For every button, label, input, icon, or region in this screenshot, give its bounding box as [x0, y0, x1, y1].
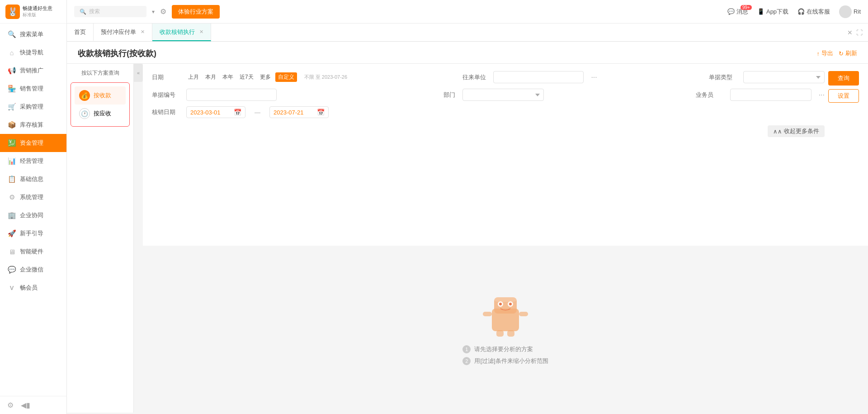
verify-date-end-wrap: 📅 — [269, 106, 329, 118]
sidebar-item-enterprise[interactable]: 🏢 企业协同 — [0, 206, 66, 224]
collapse-sidebar-icon[interactable]: ◀▮ — [21, 401, 30, 409]
date-more[interactable]: 更多 — [258, 72, 273, 82]
export-button[interactable]: ↑ 导出 — [817, 49, 834, 57]
topbar: 🔍 搜索 ▾ ⚙ 体验行业方案 💬 消息 99+ 📱 App下载 🎧 在线客服 … — [67, 0, 868, 24]
sidebar-item-search[interactable]: 🔍 搜索菜单 — [0, 25, 66, 43]
sidebar-item-label: 采购管理 — [20, 103, 43, 111]
calendar-end-icon[interactable]: 📅 — [317, 109, 325, 116]
salesperson-input[interactable] — [730, 89, 811, 101]
gear-icon[interactable]: ⚙ — [160, 7, 166, 16]
app-download-button[interactable]: 📱 App下载 — [757, 8, 788, 16]
sidebar-item-wechat[interactable]: 💬 企业微信 — [0, 261, 66, 279]
receivable-icon: 🕐 — [79, 108, 90, 119]
page-header-actions: ↑ 导出 ↻ 刷新 — [817, 49, 858, 57]
sidebar-item-finance[interactable]: 💹 资金管理 — [0, 134, 66, 152]
filter-by-receivable-label: 按应收 — [94, 109, 111, 118]
hardware-icon: 🖥 — [7, 247, 16, 256]
online-service-button[interactable]: 🎧 在线客服 — [797, 8, 830, 16]
wechat-icon: 💬 — [7, 265, 16, 274]
filter-by-receivable[interactable]: 🕐 按应收 — [75, 105, 126, 123]
guide-icon: 🚀 — [7, 229, 16, 238]
verify-date-start-wrap: 📅 — [186, 106, 245, 118]
tab-verify-label: 收款核销执行 — [160, 28, 195, 36]
close-tab-icon[interactable]: ✕ — [847, 29, 853, 36]
doc-no-input[interactable] — [186, 89, 277, 101]
query-buttons: 查询 设置 — [828, 71, 859, 103]
verify-date-start-input[interactable] — [190, 109, 231, 116]
date-buttons: 上月 本月 本年 近7天 更多 自定义 — [186, 72, 297, 82]
sidebar-item-shortcut[interactable]: ⌂ 快捷导航 — [0, 43, 66, 62]
sidebar-item-purchase[interactable]: 🛒 采购管理 — [0, 98, 66, 116]
empty-svg — [481, 293, 530, 338]
message-badge: 99+ — [741, 5, 752, 10]
sidebar-item-basic[interactable]: 📋 基础信息 — [0, 170, 66, 188]
filter-section: 按以下方案查询 💰 按收款 🕐 按应收 « — [67, 64, 143, 413]
sidebar-item-label: 资金管理 — [20, 139, 43, 147]
user-menu[interactable]: Rit — [839, 5, 861, 18]
date-this-month[interactable]: 本月 — [203, 72, 218, 82]
counterparty-input[interactable] — [493, 71, 584, 83]
search-icon: 🔍 — [7, 30, 16, 39]
member-icon: V — [7, 283, 16, 292]
solution-button[interactable]: 体验行业方案 — [172, 5, 220, 19]
tab-prepay[interactable]: 预付冲应付单 ✕ — [94, 24, 152, 41]
sidebar-item-label: 搜索菜单 — [20, 30, 43, 38]
filter-collapse-button[interactable]: « — [134, 64, 143, 82]
date-custom[interactable]: 自定义 — [275, 72, 297, 82]
collapse-conditions-button[interactable]: ∧∧ 收起更多条件 — [768, 125, 825, 137]
refresh-icon: ↻ — [839, 50, 844, 57]
date-7days[interactable]: 近7天 — [238, 72, 255, 82]
empty-illustration — [481, 293, 530, 338]
settings-icon[interactable]: ⚙ — [7, 401, 14, 409]
refresh-button[interactable]: ↻ 刷新 — [839, 49, 857, 57]
filter-sidebar: 按以下方案查询 💰 按收款 🕐 按应收 — [67, 64, 134, 413]
counterparty-dots-icon[interactable]: ··· — [591, 73, 597, 81]
calendar-start-icon[interactable]: 📅 — [234, 109, 241, 116]
sidebar-item-inventory[interactable]: 📦 库存核算 — [0, 116, 66, 134]
page-content: 收款核销执行(按收款) ↑ 导出 ↻ 刷新 按以下方案查询 — [67, 42, 868, 414]
topbar-search[interactable]: 🔍 搜索 — [74, 6, 146, 17]
sidebar-item-marketing[interactable]: 📢 营销推广 — [0, 62, 66, 80]
collapse-icon: ∧∧ — [773, 128, 782, 135]
tab-verify[interactable]: 收款核销执行 ✕ — [152, 24, 211, 41]
message-button[interactable]: 💬 消息 99+ — [727, 8, 748, 16]
page-title: 收款核销执行(按收款) — [78, 48, 156, 59]
date-hint: 不限 至 2023-07-26 — [304, 74, 347, 81]
department-select[interactable] — [462, 89, 544, 101]
sidebar-item-hardware[interactable]: 🖥 智能硬件 — [0, 243, 66, 261]
sidebar-item-system[interactable]: ⚙ 系统管理 — [0, 188, 66, 206]
form-main: 日期 上月 本月 本年 近7天 更多 自定义 不限 至 2023-07-26 — [152, 71, 825, 137]
sidebar-item-operation[interactable]: 📊 经营管理 — [0, 152, 66, 170]
form-section: 日期 上月 本月 本年 近7天 更多 自定义 不限 至 2023-07-26 — [152, 71, 859, 137]
tab-verify-close[interactable]: ✕ — [199, 29, 203, 35]
receipt-icon: 💰 — [79, 90, 90, 101]
expand-tab-icon[interactable]: ⛶ — [856, 29, 863, 36]
dropdown-icon[interactable]: ▾ — [152, 9, 155, 15]
query-button[interactable]: 查询 — [828, 71, 859, 86]
date-last-month[interactable]: 上月 — [186, 72, 201, 82]
finance-icon: 💹 — [7, 138, 16, 148]
date-label: 日期 — [152, 73, 179, 81]
svg-rect-8 — [496, 330, 504, 337]
tab-actions: ✕ ⛶ — [842, 24, 868, 41]
tab-home-label: 首页 — [74, 28, 86, 36]
filter-by-receipt[interactable]: 💰 按收款 — [75, 86, 126, 105]
inventory-icon: 📦 — [7, 120, 16, 129]
form-row-2: 单据编号 部门 业务员 ··· — [152, 89, 825, 101]
doc-type-select[interactable] — [743, 71, 825, 83]
counterparty-label: 往来单位 — [459, 73, 486, 81]
date-this-year[interactable]: 本年 — [221, 72, 235, 82]
logo-area: 🐰 畅捷通好生意 标准版 — [0, 0, 66, 24]
sidebar-item-sales[interactable]: 🏪 销售管理 — [0, 80, 66, 98]
verify-date-end-input[interactable] — [274, 109, 314, 116]
basic-icon: 📋 — [7, 175, 16, 184]
sidebar-item-guide[interactable]: 🚀 新手引导 — [0, 224, 66, 243]
sidebar-item-member[interactable]: V 畅会员 — [0, 279, 66, 297]
tab-prepay-close[interactable]: ✕ — [141, 29, 145, 35]
tab-home[interactable]: 首页 — [67, 24, 94, 41]
operation-icon: 📊 — [7, 157, 16, 166]
salesperson-dots-icon[interactable]: ··· — [819, 91, 825, 99]
results-area: 1 请先选择要分析的方案 2 用[过滤]条件来缩小分析范围 — [143, 246, 868, 413]
sidebar-item-label: 系统管理 — [20, 193, 43, 201]
set-button[interactable]: 设置 — [828, 89, 859, 103]
